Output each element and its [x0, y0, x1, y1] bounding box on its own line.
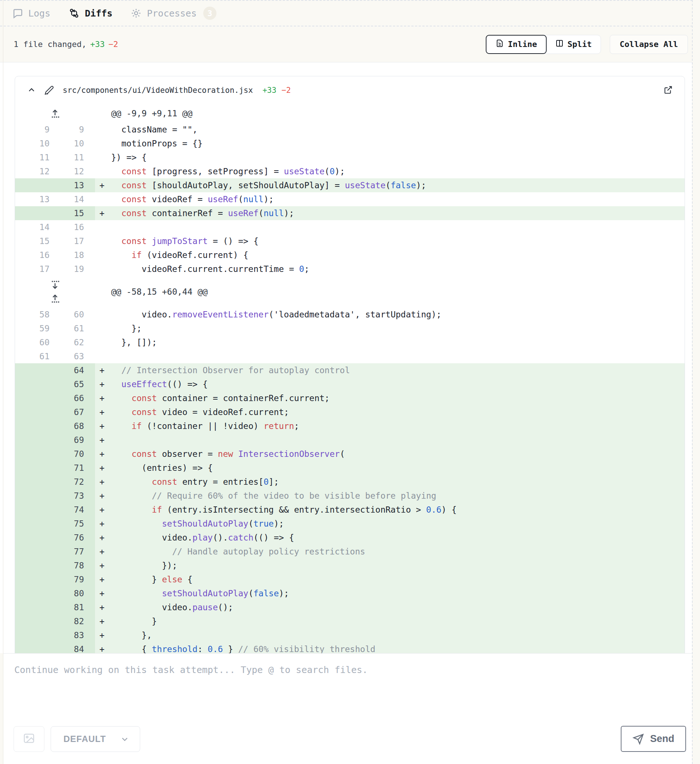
tab-logs[interactable]: Logs	[12, 8, 50, 19]
diff-marker: +	[95, 517, 111, 531]
new-line-number: 18	[59, 248, 95, 262]
old-line-number: 17	[15, 262, 59, 276]
message-composer: Continue working on this task attempt...…	[3, 653, 692, 764]
profile-selector[interactable]: DEFAULT	[51, 726, 140, 752]
old-line-number	[15, 517, 59, 531]
diff-line: 74+ if (entry.isIntersecting && entry.in…	[15, 503, 684, 517]
old-line-number	[15, 642, 59, 653]
collapse-all-button[interactable]: Collapse All	[610, 35, 688, 54]
old-line-number	[15, 489, 59, 503]
diff-line: 75+ setShouldAutoPlay(true);	[15, 517, 684, 531]
message-input[interactable]: Continue working on this task attempt...…	[3, 654, 692, 675]
diff-marker: +	[95, 419, 111, 433]
external-link-icon	[663, 85, 673, 96]
diff-line: 13+ const [shouldAutoPlay, setShouldAuto…	[15, 178, 684, 192]
code-text: const [progress, setProgress] = useState…	[111, 164, 684, 178]
code-text: useEffect(() => {	[111, 377, 684, 391]
diff-marker	[95, 220, 111, 234]
hunk-range: @@ -9,9 +9,11 @@	[95, 109, 192, 118]
old-line-number	[15, 461, 59, 475]
diff-line: 68+ if (!container || !video) return;	[15, 419, 684, 433]
hunk-header-row: @@ -58,15 +60,44 @@	[15, 276, 684, 307]
new-line-number: 67	[59, 405, 95, 419]
split-view-label: Split	[567, 40, 592, 49]
deletions-count: −2	[108, 40, 118, 49]
diff-marker	[95, 234, 111, 248]
diff-marker: +	[95, 433, 111, 447]
additions-count: +33	[90, 40, 105, 49]
code-text: video.play().catch(() => {	[111, 531, 684, 545]
code-text: video.pause();	[111, 600, 684, 614]
tab-diffs[interactable]: Diffs	[69, 8, 112, 19]
code-text: setShouldAutoPlay(true);	[111, 517, 684, 531]
old-line-number	[15, 206, 59, 220]
diff-line: 5860 video.removeEventListener('loadedme…	[15, 307, 684, 321]
diff-marker: +	[95, 503, 111, 517]
expand-up-icon[interactable]	[50, 293, 61, 304]
profile-selected-value: DEFAULT	[64, 734, 106, 744]
code-text: className = "",	[111, 122, 684, 136]
old-line-number: 15	[15, 234, 59, 248]
old-line-number	[15, 531, 59, 545]
diff-marker: +	[95, 461, 111, 475]
diff-line: 66+ const container = containerRef.curre…	[15, 391, 684, 405]
new-line-number: 17	[59, 234, 95, 248]
panel-left-border	[3, 0, 3, 764]
diff-line: 69+	[15, 433, 684, 447]
diff-marker: +	[95, 628, 111, 642]
split-view-button[interactable]: Split	[546, 35, 601, 53]
code-text: if (entry.isIntersecting && entry.inters…	[111, 503, 684, 517]
diff-line: 82+ }	[15, 614, 684, 628]
old-line-number	[15, 419, 59, 433]
diff-line: 72+ const entry = entries[0];	[15, 475, 684, 489]
hunk-range: @@ -58,15 +60,44 @@	[95, 287, 208, 296]
code-text: },	[111, 628, 684, 642]
open-file-button[interactable]	[662, 84, 674, 97]
scrollbar-track[interactable]	[692, 0, 700, 764]
old-line-number	[15, 391, 59, 405]
tab-processes[interactable]: Processes3	[131, 6, 216, 20]
old-line-number	[15, 586, 59, 600]
expand-up-icon[interactable]	[50, 108, 61, 119]
diff-marker	[95, 150, 111, 164]
new-line-number: 83	[59, 628, 95, 642]
tab-label: Diffs	[85, 8, 112, 19]
code-text: }	[111, 614, 684, 628]
collapse-file-button[interactable]	[25, 84, 38, 97]
new-line-number: 84	[59, 642, 95, 653]
file-additions: +33	[262, 86, 276, 95]
code-text: const container = containerRef.current;	[111, 391, 684, 405]
new-line-number: 72	[59, 475, 95, 489]
file-header: src/components/ui/VideoWithDecoration.js…	[15, 76, 684, 104]
inline-view-button[interactable]: Inline	[486, 35, 546, 54]
code-text: motionProps = {}	[111, 136, 684, 150]
diff-marker: +	[95, 447, 111, 461]
old-line-number	[15, 377, 59, 391]
code-text: }, []);	[111, 335, 684, 349]
gear-icon	[131, 8, 142, 19]
new-line-number: 76	[59, 531, 95, 545]
diff-marker: +	[95, 531, 111, 545]
old-line-number: 60	[15, 335, 59, 349]
diff-marker: +	[95, 586, 111, 600]
diff-marker: +	[95, 642, 111, 653]
attach-image-button[interactable]	[14, 726, 44, 752]
new-line-number: 82	[59, 614, 95, 628]
diff-marker	[95, 122, 111, 136]
expand-down-icon[interactable]	[50, 280, 61, 291]
new-line-number: 73	[59, 489, 95, 503]
old-line-number	[15, 447, 59, 461]
old-line-number	[15, 600, 59, 614]
new-line-number: 9	[59, 122, 95, 136]
diff-line: 67+ const video = videoRef.current;	[15, 405, 684, 419]
diff-marker: +	[95, 475, 111, 489]
diff-line: 70+ const observer = new IntersectionObs…	[15, 447, 684, 461]
diff-line: 1010 motionProps = {}	[15, 136, 684, 150]
diff-marker	[95, 136, 111, 150]
send-button[interactable]: Send	[621, 726, 686, 752]
old-line-number: 12	[15, 164, 59, 178]
new-line-number: 75	[59, 517, 95, 531]
code-text: const videoRef = useRef(null);	[111, 192, 684, 206]
diff-marker	[95, 192, 111, 206]
paper-plane-icon	[633, 733, 644, 745]
